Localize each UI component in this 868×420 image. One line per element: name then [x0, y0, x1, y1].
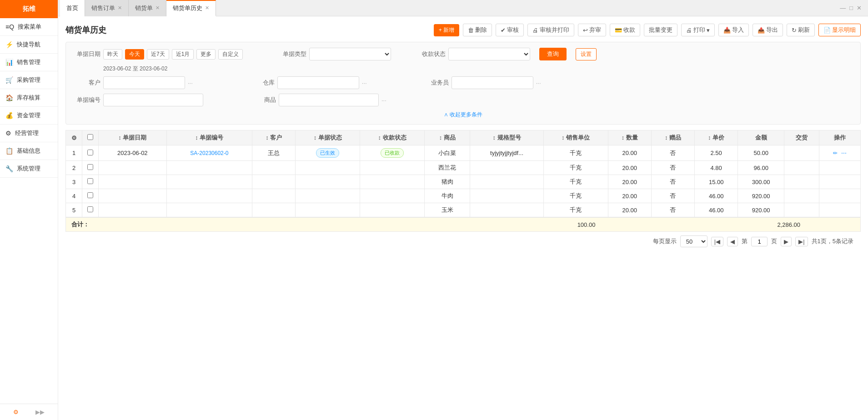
col-settings[interactable]: ⚙: [66, 130, 82, 145]
page-number-input[interactable]: [751, 237, 768, 246]
business-label: 业务员: [421, 79, 449, 87]
sidebar-item-search-menu[interactable]: ≡Q 搜索菜单: [0, 18, 58, 36]
row1-more[interactable]: ⋯: [841, 150, 847, 156]
row2-gift: 否: [651, 161, 694, 175]
goods-input[interactable]: [279, 94, 379, 106]
date-btn-yesterday[interactable]: 昨天: [103, 49, 122, 60]
page-unit: 页: [771, 237, 777, 245]
row4-doc-date: [99, 189, 167, 203]
sidebar-item-purchase-mgmt[interactable]: 🛒 采购管理: [0, 71, 58, 89]
delete-button[interactable]: 🗑 删除: [463, 24, 492, 36]
col-gift[interactable]: ↕ 赠品: [651, 130, 694, 145]
audit-print-button[interactable]: 🖨 审核并打印: [527, 24, 574, 36]
tab-home[interactable]: 首页: [60, 0, 85, 16]
audit-button[interactable]: ✔ 审核: [496, 24, 524, 36]
col-goods[interactable]: ↕ 商品: [425, 130, 470, 145]
row3-unit-price: 15.00: [695, 175, 738, 189]
col-unit-price[interactable]: ↕ 单价: [695, 130, 738, 145]
row3-checkbox[interactable]: [82, 175, 99, 189]
row1-edit[interactable]: ✏: [833, 150, 838, 156]
row1-collect-status: 已收款: [360, 145, 425, 161]
collect-status-select[interactable]: [448, 48, 530, 60]
tab-close-sales-history[interactable]: ✕: [205, 5, 209, 11]
filter-goods: 商品 ···: [249, 94, 386, 106]
tab-close-sales-goods[interactable]: ✕: [156, 5, 160, 11]
tab-sales-goods[interactable]: 销货单 ✕: [129, 0, 166, 16]
business-picker-dots[interactable]: ···: [536, 80, 541, 86]
col-unit[interactable]: ↕ 销售单位: [543, 130, 608, 145]
date-btn-today[interactable]: 今天: [125, 49, 144, 60]
row4-checkbox[interactable]: [82, 189, 99, 203]
goods-picker-dots[interactable]: ···: [381, 97, 386, 104]
warehouse-input[interactable]: [277, 76, 359, 89]
business-input[interactable]: [452, 76, 533, 89]
row5-goods: 玉米: [425, 203, 470, 217]
sidebar-item-sys-mgmt[interactable]: 🔧 系统管理: [0, 160, 58, 178]
batch-change-button[interactable]: 批量变更: [644, 24, 677, 36]
row1-doc-no[interactable]: SA-20230602-0: [166, 145, 252, 161]
window-close[interactable]: ✕: [857, 5, 862, 11]
collapse-more-conditions[interactable]: ∧ 收起更多条件: [73, 111, 853, 119]
refresh-button[interactable]: ↻ 刷新: [787, 24, 815, 36]
row4-goods: 牛肉: [425, 189, 470, 203]
row2-checkbox[interactable]: [82, 161, 99, 175]
doc-no-input[interactable]: [103, 94, 203, 106]
warehouse-picker-dots[interactable]: ···: [362, 80, 367, 86]
row5-amount: 920.00: [738, 203, 784, 217]
row1-checkbox[interactable]: [82, 145, 99, 161]
filter-doc-type: 单据类型: [279, 48, 391, 60]
toolbar: + 新增 🗑 删除 ✔ 审核 🖨 审核并打印 ↩ 弃审: [434, 24, 861, 36]
row5-checkbox[interactable]: [82, 203, 99, 217]
abandon-button[interactable]: ↩ 弃审: [578, 24, 606, 36]
page-next-btn[interactable]: ▶: [781, 237, 792, 246]
sidebar-item-basic-info[interactable]: 📋 基础信息: [0, 142, 58, 160]
row2-qty: 20.00: [608, 161, 651, 175]
print-button[interactable]: 🖨 打印 ▾: [681, 24, 715, 36]
sidebar-bottom-icon1[interactable]: ⚙: [13, 409, 19, 415]
new-button[interactable]: + 新增: [434, 24, 459, 36]
sidebar-item-label: 系统管理: [17, 165, 40, 173]
date-btn-1month[interactable]: 近1月: [172, 49, 194, 60]
sidebar-item-operation-mgmt[interactable]: ⚙ 经营管理: [0, 125, 58, 142]
window-maximize[interactable]: □: [849, 5, 853, 11]
row5-unit: 千克: [543, 203, 608, 217]
customer-picker-dots[interactable]: ···: [188, 80, 193, 86]
per-page-select[interactable]: 50 20 100: [680, 235, 707, 247]
settings-button[interactable]: 设置: [576, 48, 597, 60]
sidebar-bottom-icon2[interactable]: ▶▶: [35, 409, 45, 415]
customer-input[interactable]: [103, 76, 185, 89]
col-qty[interactable]: ↕ 数量: [608, 130, 651, 145]
print-icon: 🖨: [686, 27, 692, 34]
col-doc-date[interactable]: ↕ 单据日期: [99, 130, 167, 145]
row3-actions: [819, 175, 861, 189]
date-btn-custom[interactable]: 自定义: [218, 49, 243, 60]
select-all-checkbox[interactable]: [87, 134, 93, 140]
col-spec[interactable]: ↕ 规格型号: [470, 130, 543, 145]
doc-type-select[interactable]: [309, 48, 391, 60]
import-button[interactable]: 📥 导入: [718, 24, 749, 36]
refresh-icon: ↻: [792, 27, 797, 34]
page-prev-btn[interactable]: ◀: [727, 237, 738, 246]
date-btn-7days[interactable]: 近7天: [147, 49, 169, 60]
col-doc-no[interactable]: ↕ 单据编号: [166, 130, 252, 145]
show-detail-button[interactable]: 📄 显示明细: [818, 24, 861, 36]
window-minimize[interactable]: —: [840, 5, 846, 11]
date-btn-more[interactable]: 更多: [196, 49, 216, 60]
sidebar-item-label: 采购管理: [17, 76, 40, 84]
tab-close-sales-order[interactable]: ✕: [118, 5, 122, 11]
query-button[interactable]: 查询: [539, 48, 567, 60]
tab-sales-history[interactable]: 销货单历史 ✕: [166, 0, 216, 16]
tab-sales-order[interactable]: 销售订单 ✕: [85, 0, 129, 16]
col-collect-status[interactable]: ↕ 收款状态: [360, 130, 425, 145]
sidebar-item-inventory[interactable]: 🏠 库存核算: [0, 89, 58, 107]
export-button[interactable]: 📤 导出: [753, 24, 783, 36]
col-doc-status[interactable]: ↕ 单据状态: [296, 130, 360, 145]
page-last-btn[interactable]: ▶|: [795, 237, 808, 246]
sidebar-item-finance-mgmt[interactable]: 💰 资金管理: [0, 107, 58, 125]
sidebar-item-sales-mgmt[interactable]: 📊 销售管理: [0, 54, 58, 71]
page-first-btn[interactable]: |◀: [711, 237, 723, 246]
row1-num: 1: [66, 145, 82, 161]
collect-button[interactable]: 💳 收款: [610, 24, 640, 36]
sidebar-item-quick-nav[interactable]: ⚡ 快捷导航: [0, 36, 58, 54]
col-customer[interactable]: ↕ 客户: [252, 130, 296, 145]
